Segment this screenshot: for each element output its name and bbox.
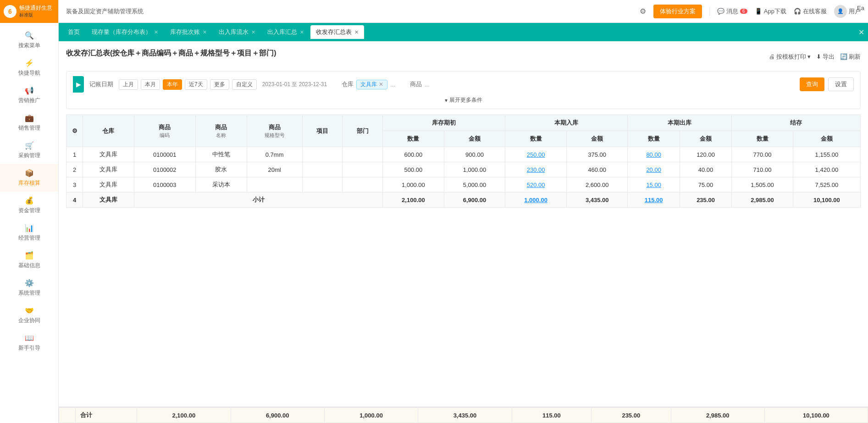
th-goods-spec: 商品规格型号 (247, 115, 302, 147)
warehouse-filter-label: 仓库 (342, 80, 354, 88)
cell-dept (343, 147, 383, 162)
cell-dept (343, 177, 383, 192)
refresh-icon: 🔄 (840, 53, 847, 60)
cell-subtotal-out-qty[interactable]: 115.00 (628, 192, 680, 208)
finance-icon: 💰 (25, 196, 34, 205)
th-group-opening: 库存期初 (383, 115, 505, 131)
cell-in-amt: 2,600.00 (566, 177, 628, 192)
tab-close-flow[interactable]: ✕ (251, 29, 255, 35)
footer-total-out-amt: 235.00 (592, 408, 671, 423)
data-table: ⚙ 仓库 商品编码 商品名称 商品规格型号 项目 部门 库存期初 本期入库 本期… (66, 115, 861, 208)
footer-total-in-amt: 3,435.00 (418, 408, 512, 423)
cell-in-qty[interactable]: 230.00 (505, 162, 567, 177)
cell-project (302, 147, 343, 162)
th-project: 项目 (302, 115, 343, 147)
date-btn-last-month[interactable]: 上月 (119, 79, 138, 90)
th-dept: 部门 (343, 115, 383, 147)
service-button[interactable]: 🎧 在线客服 (794, 7, 827, 16)
app-download-button[interactable]: 📱 App下载 (755, 7, 786, 16)
sidebar-item-system[interactable]: ⚙️ 系统管理 (0, 274, 58, 302)
sidebar-item-purchase[interactable]: 🛒 采购管理 (0, 137, 58, 164)
sidebar-item-inventory[interactable]: 📦 库存核算 (0, 164, 58, 192)
search-icon: 🔍 (25, 31, 34, 40)
cell-dept (343, 162, 383, 177)
table-settings-header[interactable]: ⚙ (66, 115, 83, 147)
tab-close-recv-send[interactable]: ✕ (354, 29, 359, 35)
cell-out-qty[interactable]: 15.00 (628, 177, 680, 192)
cell-out-qty[interactable]: 20.00 (628, 162, 680, 177)
query-button[interactable]: 查询 (800, 77, 824, 91)
system-title: 装备及固定资产辅助管理系统 (66, 7, 632, 16)
tab-batch[interactable]: 库存批次账 ✕ (165, 25, 212, 39)
cell-out-qty[interactable]: 80.00 (628, 147, 680, 162)
footer-total-opening-qty: 2,100.00 (137, 408, 231, 423)
filter-bar: ▶ 记账日期 上月 本月 本年 近7天 更多 自定义 2023-01-01 至 … (66, 71, 861, 109)
cell-spec: 20ml (247, 162, 302, 177)
sidebar-item-finance[interactable]: 💰 资金管理 (0, 192, 58, 219)
cell-balance-amt: 7,525.00 (793, 177, 860, 192)
date-range-text: 2023-01-01 至 2023-12-31 (262, 81, 327, 88)
cell-in-qty[interactable]: 520.00 (505, 177, 567, 192)
cell-subtotal-balance-qty: 2,985.00 (732, 192, 793, 208)
footer-empty (59, 408, 76, 423)
sidebar-item-guide[interactable]: 📖 新手引导 (0, 329, 58, 357)
cell-subtotal-in-amt: 3,435.00 (566, 192, 628, 208)
sidebar-item-quick[interactable]: ⚡ 快捷导航 (0, 54, 58, 82)
footer-total-bar: 合计 2,100.00 6,900.00 1,000.00 3,435.00 1… (59, 407, 868, 423)
total-row: 合计 2,100.00 6,900.00 1,000.00 3,435.00 1… (59, 408, 868, 423)
print-button[interactable]: 🖨 按模板打印 ▾ (769, 53, 811, 61)
refresh-button[interactable]: 🔄 刷新 (840, 53, 861, 61)
warehouse-more-button[interactable]: ... (390, 81, 395, 88)
message-button[interactable]: 💬 消息 6 (717, 7, 747, 16)
tab-close-batch[interactable]: ✕ (203, 29, 207, 35)
date-btn-this-year[interactable]: 本年 (163, 79, 182, 90)
date-btn-more[interactable]: 更多 (210, 79, 229, 90)
sales-icon: 💼 (25, 114, 34, 122)
sidebar-item-sales[interactable]: 💼 销售管理 (0, 109, 58, 137)
cell-seq: 3 (66, 177, 83, 192)
operation-icon: 📊 (25, 224, 34, 232)
date-btn-7days[interactable]: 近7天 (185, 79, 207, 90)
sidebar-item-marketing[interactable]: 📢 营销推广 (0, 82, 58, 109)
cell-balance-qty: 770.00 (732, 147, 793, 162)
cell-spec: 0.7mm (247, 147, 302, 162)
tab-home[interactable]: 首页 (62, 25, 85, 39)
tab-summary[interactable]: 出入库汇总 ✕ (262, 25, 310, 39)
warehouse-filter: 仓库 文具库 ✕ ... (342, 80, 395, 89)
tab-close-stock-dist[interactable]: ✕ (154, 29, 158, 35)
tab-flow[interactable]: 出入库流水 ✕ (213, 25, 261, 39)
settings-button[interactable]: 设置 (828, 77, 854, 91)
gear-icon[interactable]: ⚙ (640, 7, 646, 16)
sidebar-item-corp[interactable]: 🤝 企业协同 (0, 302, 58, 329)
goods-more-button[interactable]: ... (425, 81, 430, 88)
sidebar-item-search[interactable]: 🔍 搜索菜单 (0, 27, 58, 54)
warehouse-tag-close[interactable]: ✕ (379, 81, 383, 88)
sidebar-item-operation[interactable]: 📊 经营管理 (0, 219, 58, 247)
cell-subtotal-in-qty[interactable]: 1,000.00 (505, 192, 567, 208)
expand-conditions-button[interactable]: ▾ 展开更多条件 (445, 96, 482, 104)
th-group-in: 本期入库 (505, 115, 628, 131)
filter-collapse-button[interactable]: ▶ (73, 76, 84, 93)
date-btn-custom[interactable]: 自定义 (232, 79, 257, 90)
export-button[interactable]: ⬇ 导出 (816, 53, 835, 61)
cell-subtotal-opening-qty: 2,100.00 (383, 192, 444, 208)
sidebar-nav: 🔍 搜索菜单 ⚡ 快捷导航 📢 营销推广 💼 销售管理 🛒 采购管理 📦 库存核… (0, 23, 58, 423)
cell-name: 胶水 (195, 162, 247, 177)
tab-stock-dist[interactable]: 现存量（库存分布表） ✕ (86, 25, 164, 39)
date-btn-this-month[interactable]: 本月 (141, 79, 160, 90)
trial-button[interactable]: 体验行业方案 (653, 5, 702, 18)
tab-recv-send[interactable]: 收发存汇总表 ✕ (310, 25, 364, 39)
th-balance-amt: 金额 (793, 131, 860, 147)
close-all-tabs-button[interactable]: ✕ (858, 28, 864, 37)
cell-name: 采访本 (195, 177, 247, 192)
sidebar: 6 畅捷通好生意 标准版 🔍 搜索菜单 ⚡ 快捷导航 📢 营销推广 💼 销售管理… (0, 0, 59, 423)
sidebar-item-basic[interactable]: 🗂️ 基础信息 (0, 247, 58, 274)
tab-close-summary[interactable]: ✕ (300, 29, 304, 35)
content-area: 收发存汇总表(按仓库＋商品编码＋商品＋规格型号＋项目＋部门) 🖨 按模板打印 ▾… (59, 41, 868, 407)
cell-balance-amt: 1,420.00 (793, 162, 860, 177)
th-in-qty: 数量 (505, 131, 567, 147)
cell-in-qty[interactable]: 250.00 (505, 147, 567, 162)
phone-icon: 📱 (755, 8, 762, 15)
cell-code: 0100003 (134, 177, 195, 192)
footer-total-balance-qty: 2,985.00 (671, 408, 764, 423)
